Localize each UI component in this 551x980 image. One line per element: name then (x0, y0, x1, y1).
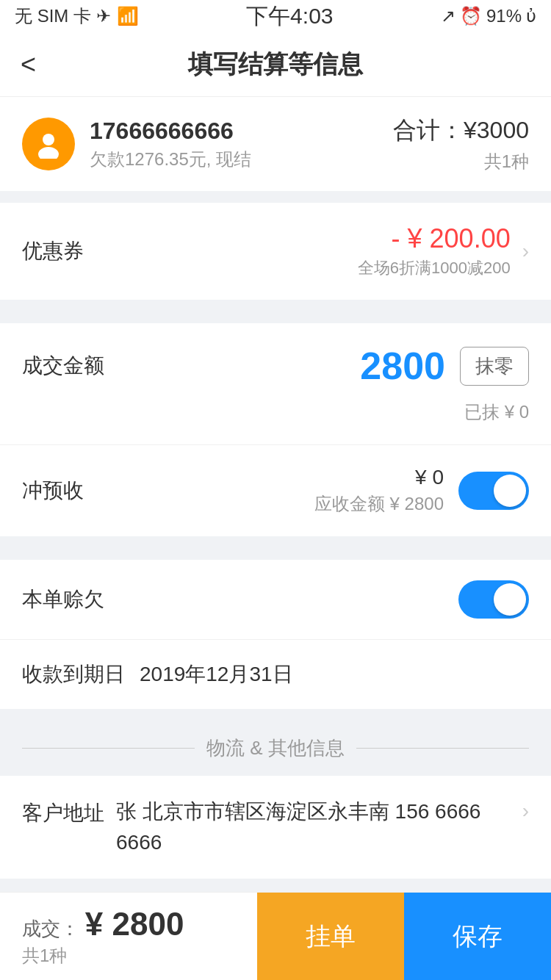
battery-icon: ὐ‌‌ (526, 6, 536, 26)
customer-card: 17666666666 欠款1276.35元, 现结 合计：¥3000 共1种 (0, 97, 551, 191)
address-section[interactable]: 客户地址 张 北京市市辖区海淀区永丰南 156 6666 6666 › (0, 776, 551, 879)
due-date-section: 收款到期日 2019年12月31日 (0, 639, 551, 709)
status-right: ↗ ⏰ 91% ὐ‌‌ (441, 6, 536, 26)
customer-phone: 17666666666 (90, 118, 251, 145)
prepay-values: ¥ 0 应收金额 ¥ 2800 (314, 466, 444, 516)
coupon-amount: - ¥ 200.00 (358, 223, 511, 254)
total-value: ¥3000 (464, 117, 529, 143)
status-left: 无 SIM 卡 ✈ 📶 (15, 4, 139, 28)
amount-section: 成交金额 2800 抹零 已抹 ¥ 0 (0, 323, 551, 444)
amount-subtext: 已抹 ¥ 0 (464, 402, 529, 422)
wifi-icon: 📶 (117, 6, 139, 26)
coupon-right: - ¥ 200.00 全场6折满1000减200 › (358, 223, 529, 279)
coupon-right-wrap: - ¥ 200.00 全场6折满1000减200 (358, 223, 511, 279)
debt-section: 本单赊欠 (0, 560, 551, 639)
due-label: 收款到期日 (22, 660, 125, 688)
bottom-amount: ¥ 2800 (85, 906, 184, 942)
prepay-toggle[interactable] (458, 472, 529, 510)
status-bar: 无 SIM 卡 ✈ 📶 下午4:03 ↗ ⏰ 91% ὐ‌‌ (0, 0, 551, 32)
bottom-label: 成交： (22, 918, 79, 940)
nav-title: 填写结算等信息 (188, 48, 363, 82)
address-value: 张 北京市市辖区海淀区永丰南 156 6666 6666 (116, 796, 511, 858)
divider-line-left (22, 748, 195, 749)
save-button[interactable]: 保存 (404, 893, 551, 981)
bottom-transaction-label: 成交： ¥ 2800 (22, 906, 235, 943)
sim-signal: 无 SIM 卡 ✈ (15, 4, 111, 28)
prepay-row: 冲预收 ¥ 0 应收金额 ¥ 2800 (0, 444, 551, 536)
logistics-divider-inner: 物流 & 其他信息 (0, 735, 551, 761)
svg-point-1 (38, 147, 59, 159)
round-button[interactable]: 抹零 (460, 347, 529, 386)
amount-right: 2800 抹零 (360, 344, 529, 388)
amount-sub-row: 已抹 ¥ 0 (22, 400, 529, 424)
prepay-right: ¥ 0 应收金额 ¥ 2800 (314, 466, 529, 516)
coupon-label: 优惠券 (22, 237, 84, 265)
address-label: 客户地址 (22, 799, 104, 827)
total-amount: 合计：¥3000 (393, 115, 529, 147)
divider-line-right (356, 748, 529, 749)
amount-row: 成交金额 2800 抹零 (22, 344, 529, 388)
location-icon: ↗ (441, 6, 455, 26)
bottom-count: 共1种 (22, 944, 235, 968)
svg-point-0 (43, 134, 54, 145)
hang-button[interactable]: 挂单 (257, 893, 404, 981)
debt-toggle[interactable] (458, 580, 529, 619)
avatar (22, 118, 75, 170)
status-time: 下午4:03 (246, 1, 333, 32)
coupon-chevron-icon: › (522, 239, 529, 263)
prepay-subtext: 应收金额 ¥ 2800 (314, 492, 444, 516)
customer-right: 合计：¥3000 共1种 (393, 115, 529, 173)
section-divider-1 (0, 311, 551, 323)
customer-subtext: 欠款1276.35元, 现结 (90, 148, 251, 171)
alarm-icon: ⏰ (460, 6, 482, 26)
due-value: 2019年12月31日 (140, 660, 293, 688)
content-area: 17666666666 欠款1276.35元, 现结 合计：¥3000 共1种 … (0, 97, 551, 980)
section-divider-2 (0, 536, 551, 548)
bottom-bar: 成交： ¥ 2800 共1种 挂单 保存 (0, 892, 551, 980)
debt-label: 本单赊欠 (22, 586, 104, 613)
coupon-row[interactable]: 优惠券 - ¥ 200.00 全场6折满1000减200 › (0, 203, 551, 300)
amount-value: 2800 (360, 344, 445, 388)
logistics-label: 物流 & 其他信息 (206, 735, 345, 761)
coupon-desc: 全场6折满1000减200 (358, 257, 511, 279)
total-count: 共1种 (393, 150, 529, 173)
prepay-label: 冲预收 (22, 477, 84, 505)
customer-left: 17666666666 欠款1276.35元, 现结 (22, 118, 251, 171)
bottom-left: 成交： ¥ 2800 共1种 (0, 906, 257, 968)
logistics-divider: 物流 & 其他信息 (0, 721, 551, 776)
battery-text: 91% (486, 6, 522, 26)
amount-label: 成交金额 (22, 352, 104, 380)
address-chevron-icon: › (522, 799, 529, 823)
prepay-amount: ¥ 0 (314, 466, 444, 489)
back-button[interactable]: < (21, 49, 36, 80)
customer-info: 17666666666 欠款1276.35元, 现结 (90, 118, 251, 171)
nav-bar: < 填写结算等信息 (0, 32, 551, 97)
total-label: 合计： (393, 117, 464, 143)
